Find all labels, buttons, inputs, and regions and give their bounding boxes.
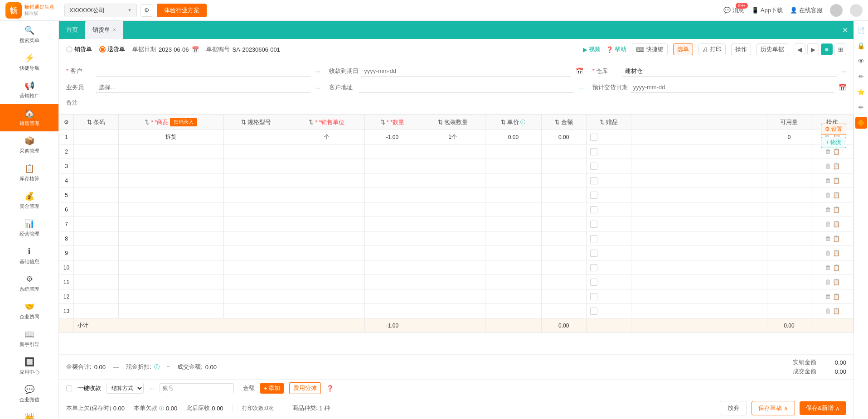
sidebar-item-purchase[interactable]: 📦 采购管理 <box>0 131 58 159</box>
online-service-button[interactable]: 👤 在线客服 <box>790 6 823 14</box>
delete-icon[interactable]: 🗑 <box>825 279 831 285</box>
copy-icon[interactable]: 📋 <box>833 293 840 300</box>
sidebar-item-basic[interactable]: ℹ 基础信息 <box>0 242 58 270</box>
gift-checkbox[interactable] <box>590 235 597 242</box>
customer-input[interactable] <box>96 66 310 77</box>
gift-checkbox[interactable] <box>590 264 597 271</box>
prev-button[interactable]: ◀ <box>794 43 805 55</box>
print-button[interactable]: 🖨 打印 <box>698 43 726 55</box>
cell-gift[interactable] <box>586 130 631 144</box>
th-barcode-sort[interactable]: ⇅ <box>87 119 92 125</box>
copy-icon[interactable]: 📋 <box>833 308 840 314</box>
gift-checkbox[interactable] <box>590 293 597 300</box>
sidebar-item-business[interactable]: 📊 经营管理 <box>0 214 58 242</box>
right-icon-orange[interactable]: 🔶 <box>855 117 867 129</box>
date-calendar-icon[interactable]: 📅 <box>192 46 199 53</box>
company-selector[interactable]: XXXXXX公司 ▼ <box>64 4 137 17</box>
gift-checkbox[interactable] <box>590 148 597 155</box>
sidebar-item-finance[interactable]: 💰 资金管理 <box>0 187 58 214</box>
gift-checkbox[interactable] <box>590 308 597 315</box>
list-view-button[interactable]: ≡ <box>821 43 833 55</box>
sidebar-item-collab[interactable]: 🤝 企业协同 <box>0 297 58 325</box>
copy-icon[interactable]: 📋 <box>833 177 840 184</box>
cell-gift[interactable] <box>586 144 631 159</box>
gift-checkbox[interactable] <box>590 250 597 257</box>
cell-quantity[interactable] <box>364 144 420 159</box>
discard-button[interactable]: 放弃 <box>720 401 747 415</box>
delete-icon[interactable]: 🗑 <box>825 221 831 227</box>
sidebar-item-apps[interactable]: 🔲 应用中心 <box>0 352 58 380</box>
delete-icon[interactable]: 🗑 <box>825 148 831 155</box>
cell-pack-qty[interactable] <box>420 144 485 159</box>
tab-close-all[interactable]: ✕ <box>842 26 853 34</box>
th-amount-sort[interactable]: ⇅ <box>555 119 560 125</box>
sidebar-item-system[interactable]: ⚙ 系统管理 <box>0 270 58 297</box>
copy-icon[interactable]: 📋 <box>833 279 840 285</box>
th-product-sort[interactable]: ⇅ <box>145 119 150 125</box>
cash-discount-info[interactable]: ⓘ <box>154 363 160 371</box>
address-dots-icon[interactable]: ··· <box>578 84 583 91</box>
gift-checkbox[interactable] <box>590 177 597 184</box>
tab-close-icon[interactable]: × <box>113 27 116 33</box>
cell-unit-price[interactable] <box>485 144 541 159</box>
gift-checkbox[interactable] <box>590 163 597 170</box>
copy-icon[interactable]: 📋 <box>833 192 840 198</box>
radio-return-order[interactable]: 退货单 <box>99 45 125 53</box>
owe-info-icon[interactable]: ⓘ <box>159 405 164 412</box>
help-link[interactable]: ❓ 帮助 <box>606 45 626 53</box>
customer-address-input[interactable] <box>359 82 573 93</box>
trial-button[interactable]: 体验行业方案 <box>157 4 207 17</box>
th-qty-sort[interactable]: ⇅ <box>380 119 385 125</box>
cell-amount[interactable]: 0.00 <box>541 130 586 144</box>
one-click-checkbox[interactable] <box>66 385 72 391</box>
copy-icon[interactable]: 📋 <box>833 221 840 227</box>
grid-view-button[interactable]: ⊞ <box>834 43 846 55</box>
cell-spec[interactable] <box>223 130 289 144</box>
add-payment-button[interactable]: + 添加 <box>260 383 284 394</box>
shortcut-button[interactable]: ⌨ 快捷键 <box>632 43 668 55</box>
app-download-button[interactable]: 📱 App下载 <box>752 6 783 14</box>
cell-spec[interactable] <box>223 144 289 159</box>
sidebar-item-sales[interactable]: 🏠 销售管理 <box>0 104 58 131</box>
flow-button[interactable]: + 物流 <box>821 137 846 148</box>
cell-quantity[interactable]: -1.00 <box>364 130 420 144</box>
tab-sales-order[interactable]: 销货单 × <box>85 21 123 39</box>
payment-calendar-icon[interactable]: 📅 <box>576 67 583 75</box>
warehouse-input[interactable] <box>622 66 837 77</box>
message-button[interactable]: 💬 消息 99+ <box>723 6 744 14</box>
setting-button[interactable]: ⚙ 设置 <box>821 124 846 135</box>
delete-icon[interactable]: 🗑 <box>825 177 831 184</box>
gift-checkbox[interactable] <box>590 192 597 199</box>
payment-help-icon[interactable]: ❓ <box>326 385 334 392</box>
scan-button[interactable]: 扫码录入 <box>170 118 197 126</box>
sidebar-item-quicknav[interactable]: ⚡ 快捷导航 <box>0 48 58 76</box>
account-input[interactable] <box>160 383 234 393</box>
cell-barcode[interactable] <box>74 130 119 144</box>
delivery-calendar-icon[interactable]: 📅 <box>839 84 846 91</box>
right-icon-5[interactable]: ⭐ <box>855 86 867 98</box>
sidebar-item-search[interactable]: 🔍 搜索菜单 <box>0 21 58 48</box>
right-icon-1[interactable]: 📄 <box>855 24 867 36</box>
history-button[interactable]: 历史单据 <box>756 43 788 55</box>
settlement-method-select[interactable]: 结算方式 <box>107 383 144 394</box>
right-icon-3[interactable]: 👁 <box>855 55 867 67</box>
cell-unit[interactable] <box>289 144 364 159</box>
customer-dots-icon[interactable]: ··· <box>315 68 320 75</box>
save-draft-button[interactable]: 保存草稿 ∧ <box>752 401 795 415</box>
right-icon-6[interactable]: ✏ <box>855 101 867 113</box>
delete-icon[interactable]: 🗑 <box>825 264 831 271</box>
delivery-date-input[interactable] <box>630 82 834 93</box>
warehouse-dots-icon[interactable]: ··· <box>841 68 846 75</box>
cell-unit-price[interactable]: 0.00 <box>485 130 541 144</box>
radio-sales-order[interactable]: 销货单 <box>66 45 92 53</box>
th-pack-sort[interactable]: ⇅ <box>438 119 443 125</box>
delete-icon[interactable]: 🗑 <box>825 250 831 256</box>
sidebar-item-guide[interactable]: 📖 新手引导 <box>0 325 58 352</box>
th-settings[interactable]: ⚙ <box>59 115 74 130</box>
th-gift-sort[interactable]: ⇅ <box>600 119 605 125</box>
select-order-button[interactable]: 选单 <box>673 43 693 55</box>
copy-icon[interactable]: 📋 <box>833 264 840 271</box>
payment-due-input[interactable] <box>361 66 571 77</box>
sidebar-item-inventory[interactable]: 📋 库存核算 <box>0 159 58 187</box>
settlement-dots[interactable]: ··· <box>149 385 154 392</box>
